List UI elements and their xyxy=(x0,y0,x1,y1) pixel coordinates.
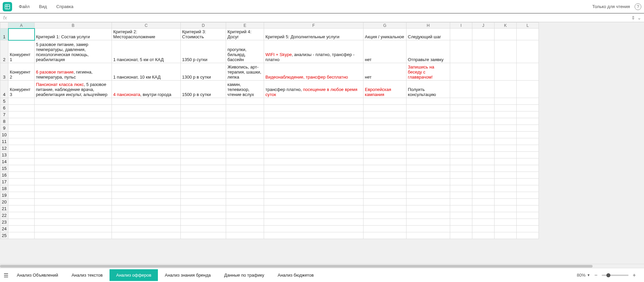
cell[interactable] xyxy=(35,179,112,185)
cell[interactable] xyxy=(112,219,181,226)
cell[interactable] xyxy=(8,118,35,125)
cell[interactable] xyxy=(112,118,181,125)
cell[interactable] xyxy=(517,98,539,105)
cell[interactable]: Акция / уникальное xyxy=(363,29,406,40)
cell[interactable] xyxy=(450,212,472,219)
cell[interactable] xyxy=(35,212,112,219)
cell[interactable] xyxy=(406,132,450,138)
cell[interactable] xyxy=(495,105,517,111)
cell[interactable] xyxy=(406,192,450,199)
cell[interactable] xyxy=(517,132,539,138)
cell[interactable]: 1500 р в сутки xyxy=(181,81,226,98)
cell[interactable] xyxy=(363,165,406,172)
cell[interactable] xyxy=(226,152,264,158)
cell[interactable] xyxy=(472,158,495,165)
cell[interactable] xyxy=(472,118,495,125)
cell[interactable] xyxy=(181,219,226,226)
cell[interactable] xyxy=(363,192,406,199)
cell[interactable] xyxy=(363,152,406,158)
cell[interactable] xyxy=(8,192,35,199)
cell[interactable] xyxy=(181,179,226,185)
cell[interactable] xyxy=(450,132,472,138)
cell[interactable] xyxy=(264,152,363,158)
cell[interactable] xyxy=(8,199,35,205)
cell[interactable] xyxy=(8,98,35,105)
menu-view[interactable]: Вид xyxy=(39,4,47,9)
cell[interactable] xyxy=(472,63,495,81)
row-header[interactable]: 12 xyxy=(0,145,8,152)
cell[interactable] xyxy=(8,125,35,132)
cell[interactable] xyxy=(363,125,406,132)
cell[interactable] xyxy=(472,29,495,40)
cell[interactable]: нет xyxy=(363,63,406,81)
cell[interactable] xyxy=(8,138,35,145)
cell[interactable] xyxy=(495,205,517,212)
cell[interactable] xyxy=(495,192,517,199)
cell[interactable] xyxy=(450,145,472,152)
cell[interactable] xyxy=(35,192,112,199)
cell[interactable] xyxy=(35,118,112,125)
row-header[interactable]: 3 xyxy=(0,63,8,81)
cell[interactable] xyxy=(226,165,264,172)
cell[interactable] xyxy=(517,138,539,145)
row-header[interactable]: 4 xyxy=(0,81,8,98)
cell[interactable] xyxy=(264,165,363,172)
cell[interactable] xyxy=(406,138,450,145)
menu-help[interactable]: Справка xyxy=(56,4,74,9)
cell[interactable] xyxy=(8,132,35,138)
cell[interactable] xyxy=(363,111,406,118)
cell[interactable] xyxy=(226,125,264,132)
cell[interactable] xyxy=(450,226,472,232)
sheet-tab[interactable]: Анализ бюджетов xyxy=(271,269,320,281)
cell[interactable] xyxy=(472,145,495,152)
cell[interactable] xyxy=(495,40,517,63)
cell[interactable] xyxy=(517,185,539,192)
cell[interactable] xyxy=(472,132,495,138)
cell[interactable]: прогулки, бильярд, бассейн xyxy=(226,40,264,63)
cell[interactable] xyxy=(495,172,517,179)
cell[interactable] xyxy=(363,118,406,125)
horizontal-scrollbar[interactable] xyxy=(0,264,644,268)
cell[interactable] xyxy=(35,226,112,232)
cell[interactable] xyxy=(363,158,406,165)
horizontal-scroll-thumb[interactable] xyxy=(0,265,593,268)
cell[interactable] xyxy=(181,165,226,172)
cell[interactable] xyxy=(226,132,264,138)
cell[interactable] xyxy=(406,152,450,158)
cell[interactable] xyxy=(112,152,181,158)
cell[interactable] xyxy=(181,152,226,158)
column-header-C[interactable]: C xyxy=(112,22,181,29)
cell[interactable] xyxy=(112,185,181,192)
cell[interactable] xyxy=(181,158,226,165)
cell[interactable] xyxy=(495,63,517,81)
column-header-H[interactable]: H xyxy=(406,22,450,29)
cell[interactable] xyxy=(112,145,181,152)
row-header[interactable]: 17 xyxy=(0,179,8,185)
cell[interactable] xyxy=(450,98,472,105)
row-header[interactable]: 22 xyxy=(0,212,8,219)
row-header[interactable]: 1 xyxy=(0,29,8,40)
cell[interactable] xyxy=(181,118,226,125)
row-header[interactable]: 8 xyxy=(0,118,8,125)
column-header-J[interactable]: J xyxy=(472,22,495,29)
cell[interactable] xyxy=(495,98,517,105)
cell[interactable] xyxy=(264,132,363,138)
cell[interactable] xyxy=(363,226,406,232)
cell[interactable] xyxy=(472,226,495,232)
cell[interactable] xyxy=(264,212,363,219)
cell[interactable] xyxy=(406,158,450,165)
cell[interactable] xyxy=(226,192,264,199)
cell[interactable]: Запишись на беседу с главврачом! xyxy=(406,63,450,81)
cell[interactable] xyxy=(406,105,450,111)
cell[interactable] xyxy=(450,111,472,118)
spreadsheet-grid[interactable]: ABCDEFGHIJKL 1Критерий 1: Состав услугиК… xyxy=(0,22,539,239)
cell[interactable]: 1300 р в сутки xyxy=(181,63,226,81)
cell[interactable]: Следующий шаг xyxy=(406,29,450,40)
cell[interactable] xyxy=(517,29,539,40)
cell[interactable] xyxy=(35,125,112,132)
cell[interactable] xyxy=(472,125,495,132)
cell[interactable] xyxy=(112,179,181,185)
cell[interactable] xyxy=(517,165,539,172)
cell[interactable] xyxy=(517,192,539,199)
cell[interactable] xyxy=(517,205,539,212)
